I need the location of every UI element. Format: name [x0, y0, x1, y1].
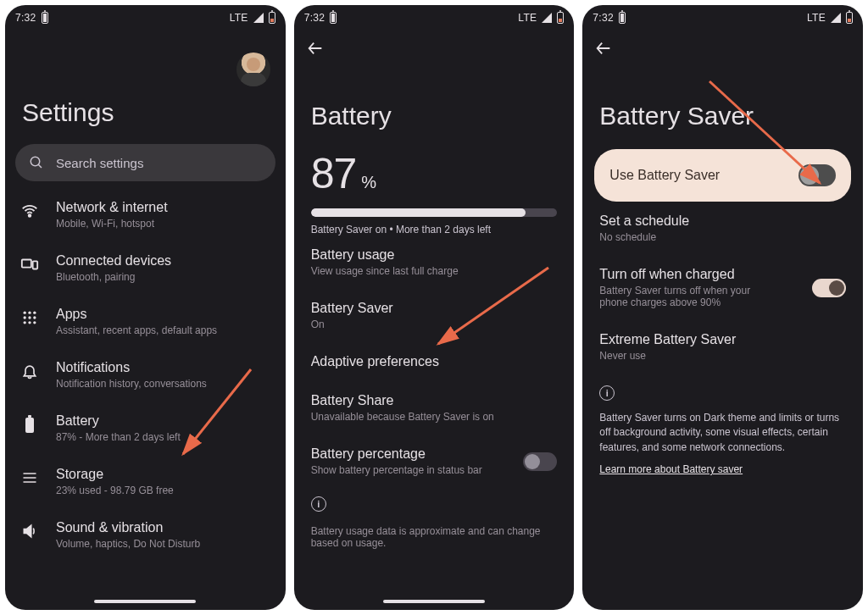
search-input[interactable]: Search settings: [15, 144, 275, 181]
battery-icon: [20, 415, 39, 434]
battery-footnote-text: Battery usage data is approximate and ca…: [294, 520, 575, 554]
battery-percent: 87 %: [294, 149, 575, 205]
status-bar: 7:32 LTE: [5, 5, 286, 27]
svg-point-9: [28, 316, 31, 319]
sound-icon: [20, 522, 39, 540]
svg-rect-15: [28, 415, 31, 418]
phone-battery-saver: 7:32 LTE Battery Saver Use Battery Saver…: [582, 5, 863, 610]
settings-list: Network & internetMobile, Wi-Fi, hotspot…: [5, 181, 286, 562]
item-network[interactable]: Network & internetMobile, Wi-Fi, hotspot: [5, 188, 286, 241]
battery-status-text: Battery Saver on • More than 2 days left: [294, 224, 575, 235]
svg-rect-3: [22, 260, 31, 268]
battery-progress-bar: [311, 208, 558, 217]
search-placeholder: Search settings: [56, 156, 143, 170]
back-button[interactable]: [594, 39, 613, 58]
use-battery-saver-toggle[interactable]: [798, 164, 836, 186]
battery-footnote: i: [294, 488, 575, 520]
item-battery-percentage[interactable]: Battery percentage Show battery percenta…: [294, 435, 575, 488]
status-network-text: LTE: [230, 12, 248, 24]
item-sound[interactable]: Sound & vibrationVolume, haptics, Do Not…: [5, 508, 286, 562]
status-bar: 7:32 LTE: [582, 5, 863, 27]
percent-symbol: %: [361, 173, 376, 192]
status-time: 7:32: [304, 12, 326, 24]
percent-value: 87: [311, 149, 357, 198]
nav-bar[interactable]: [94, 600, 196, 603]
battery-icon-right: [557, 12, 564, 24]
info-icon: i: [599, 385, 615, 401]
battery-percentage-toggle[interactable]: [523, 452, 557, 471]
status-time: 7:32: [593, 12, 614, 24]
signal-icon: [831, 13, 841, 23]
signal-icon: [542, 13, 552, 23]
svg-point-6: [28, 312, 31, 314]
search-icon: [29, 155, 44, 170]
svg-point-11: [24, 321, 26, 324]
phone-settings: 7:32 LTE Settings Search settings Networ…: [5, 5, 286, 610]
battery-icon-left: [330, 12, 337, 24]
svg-point-8: [24, 316, 26, 319]
status-network-text: LTE: [518, 12, 537, 24]
item-turn-off-charged[interactable]: Turn off when charged Battery Saver turn…: [582, 255, 863, 320]
bell-icon: [20, 362, 39, 380]
item-battery-share[interactable]: Battery Share Unavailable because Batter…: [294, 381, 575, 435]
devices-icon: [20, 255, 39, 274]
svg-point-10: [33, 316, 36, 319]
battery-icon-left: [42, 12, 48, 24]
item-battery-saver[interactable]: Battery Saver On: [294, 289, 575, 342]
info-icon: i: [311, 496, 326, 512]
wifi-icon: [20, 202, 39, 220]
svg-point-13: [33, 321, 36, 324]
svg-rect-14: [25, 418, 34, 433]
battery-icon-right: [846, 12, 853, 24]
svg-rect-4: [33, 261, 37, 269]
page-title: Battery: [294, 61, 575, 149]
item-notifications[interactable]: NotificationsNotification history, conve…: [5, 348, 286, 402]
use-battery-saver-label: Use Battery Saver: [609, 168, 720, 183]
turn-off-charged-toggle[interactable]: [812, 279, 846, 297]
svg-line-1: [38, 164, 42, 168]
svg-point-12: [28, 321, 31, 324]
phone-battery: 7:32 LTE Battery 87 % Battery Saver on •…: [294, 5, 575, 610]
svg-point-2: [29, 214, 31, 217]
item-apps[interactable]: AppsAssistant, recent apps, default apps: [5, 295, 286, 348]
storage-icon: [20, 468, 39, 487]
page-title: Battery Saver: [582, 61, 863, 149]
profile-avatar[interactable]: [236, 53, 270, 86]
saver-description: Battery Saver turns on Dark theme and li…: [582, 404, 863, 455]
item-storage[interactable]: Storage23% used - 98.79 GB free: [5, 455, 286, 508]
nav-bar[interactable]: [383, 600, 485, 603]
page-title: Settings: [5, 86, 286, 144]
svg-point-7: [33, 312, 36, 314]
signal-icon: [253, 13, 264, 23]
status-network-text: LTE: [807, 12, 826, 24]
status-time: 7:32: [15, 12, 36, 24]
item-extreme-saver[interactable]: Extreme Battery Saver Never use: [582, 320, 863, 374]
learn-more-link[interactable]: Learn more about Battery saver: [582, 455, 863, 475]
item-battery-usage[interactable]: Battery usage View usage since last full…: [294, 235, 575, 289]
svg-point-0: [31, 157, 40, 166]
battery-icon-left: [619, 12, 626, 24]
use-battery-saver-card[interactable]: Use Battery Saver: [594, 149, 851, 202]
item-set-schedule[interactable]: Set a schedule No schedule: [582, 202, 863, 255]
back-button[interactable]: [306, 39, 325, 58]
item-adaptive-preferences[interactable]: Adaptive preferences: [294, 342, 575, 381]
svg-point-5: [24, 312, 26, 314]
battery-icon-right: [269, 12, 275, 24]
apps-icon: [20, 308, 39, 327]
item-battery[interactable]: Battery87% - More than 2 days left: [5, 402, 286, 455]
item-connected-devices[interactable]: Connected devicesBluetooth, pairing: [5, 241, 286, 295]
status-bar: 7:32 LTE: [294, 5, 575, 27]
